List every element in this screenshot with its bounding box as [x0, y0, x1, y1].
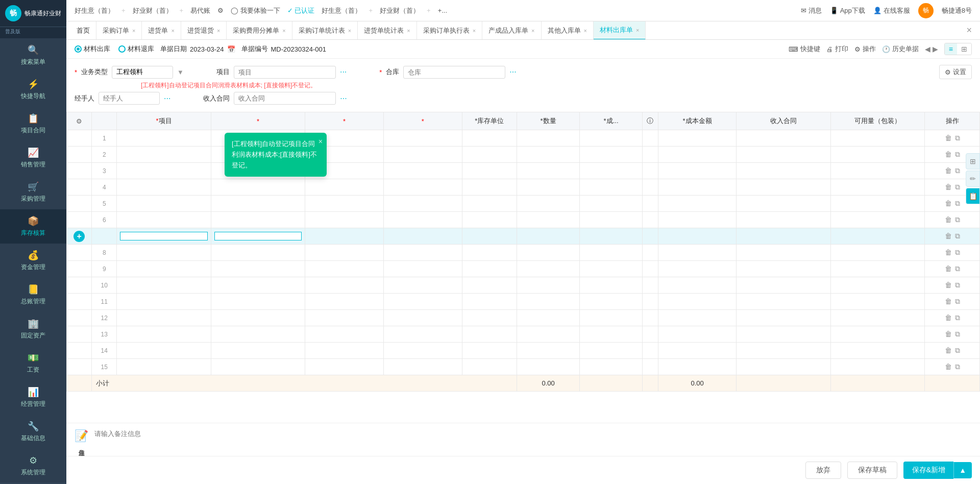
material-cell[interactable] [211, 343, 305, 359]
project-cell-active[interactable] [117, 228, 211, 245]
cost-amt-cell[interactable] [658, 179, 737, 196]
warehouse-cell[interactable] [383, 277, 462, 294]
tab-purchase-stats[interactable]: 采购订单统计表 × [292, 21, 358, 40]
copy-row-btn[interactable]: ⧉ [955, 134, 960, 142]
copy-row-btn[interactable]: ⧉ [955, 248, 960, 257]
topbar-message[interactable]: ✉ 消息 [801, 6, 822, 15]
project-cell[interactable] [117, 196, 211, 212]
cost-cell[interactable] [580, 130, 643, 147]
income-contract-cell[interactable] [737, 359, 830, 375]
unit-cell[interactable] [462, 310, 517, 326]
qty-cell[interactable] [517, 179, 580, 196]
delete-row-btn[interactable]: 🗑 [945, 297, 952, 306]
delete-row-btn[interactable]: 🗑 [945, 134, 952, 142]
shortcut-btn[interactable]: ⌨ 快捷键 [789, 44, 820, 54]
material-cell[interactable] [211, 179, 305, 196]
save-new-arrow-btn[interactable]: ▲ [953, 462, 972, 478]
material-cell[interactable] [211, 212, 305, 228]
income-contract-cell[interactable] [737, 277, 830, 294]
topbar-online-service[interactable]: 👤 在线客服 [873, 6, 910, 15]
material-cell[interactable] [211, 245, 305, 261]
copy-row-btn[interactable]: ⧉ [955, 297, 960, 306]
cost-amt-cell[interactable] [658, 310, 737, 326]
sidebar-item-quicknav[interactable]: ⚡ 快捷导航 [0, 72, 66, 107]
cost-cell[interactable] [580, 310, 643, 326]
view-grid-btn[interactable]: ⊞ [957, 43, 971, 55]
material-cell[interactable] [211, 359, 305, 375]
sidebar-item-inventory[interactable]: 📦 库存核算 [0, 209, 66, 244]
project-input-cell[interactable] [120, 232, 207, 240]
unit-cell[interactable] [462, 179, 517, 196]
income-contract-cell[interactable] [737, 326, 830, 343]
cost-cell[interactable] [580, 277, 643, 294]
income-contract-cell[interactable] [737, 147, 830, 163]
add-row-btn[interactable]: + [74, 231, 85, 242]
sidebar-item-assets[interactable]: 🏢 固定资产 [0, 312, 66, 346]
nav-prev-btn[interactable]: ◀ [925, 45, 930, 53]
delete-row-btn[interactable]: 🗑 [945, 150, 952, 159]
material-cell[interactable] [211, 196, 305, 212]
project-cell[interactable] [117, 359, 211, 375]
project-cell[interactable] [117, 212, 211, 228]
cost-cell[interactable] [580, 212, 643, 228]
copy-row-btn[interactable]: ⧉ [955, 199, 960, 208]
handler-dots-btn[interactable]: ··· [164, 94, 170, 103]
close-icon[interactable]: × [407, 28, 410, 34]
spec-cell[interactable] [305, 245, 384, 261]
qty-cell[interactable] [517, 310, 580, 326]
income-contract-cell[interactable] [737, 343, 830, 359]
warehouse-dots-btn[interactable]: ··· [509, 67, 516, 77]
column-settings-icon[interactable]: ⚙ [76, 117, 82, 125]
spec-cell[interactable] [305, 294, 384, 310]
tab-material-outbound[interactable]: 材料出库单 × [594, 21, 646, 40]
unit-cell[interactable] [462, 261, 517, 277]
cost-cell[interactable] [580, 294, 643, 310]
nav-next-btn[interactable]: ▶ [933, 45, 938, 53]
project-cell[interactable] [117, 326, 211, 343]
tooltip-close-btn[interactable]: × [318, 136, 323, 147]
project-input[interactable] [234, 66, 336, 79]
save-new-main-btn[interactable]: 保存&新增 [903, 462, 953, 479]
cost-cell[interactable] [580, 245, 643, 261]
project-dots-btn[interactable]: ··· [340, 67, 347, 77]
close-icon[interactable]: × [584, 28, 587, 34]
material-cell[interactable] [211, 277, 305, 294]
cost-amt-cell[interactable] [658, 277, 737, 294]
sidebar-item-salary[interactable]: 💵 工资 [0, 346, 66, 380]
topbar-link-yidazhang[interactable]: 易代账 [190, 6, 210, 15]
warehouse-cell[interactable] [383, 326, 462, 343]
copy-row-btn[interactable]: ⧉ [955, 150, 960, 159]
topbar-certified[interactable]: ✓ 已认证 [287, 6, 315, 15]
right-panel-btn-2[interactable]: ✏ [966, 171, 980, 187]
discard-button[interactable]: 放弃 [805, 462, 841, 479]
copy-row-btn[interactable]: ⧉ [955, 183, 960, 191]
sidebar-item-ledger[interactable]: 📒 总账管理 [0, 278, 66, 312]
unit-cell[interactable] [462, 326, 517, 343]
unit-cell[interactable] [462, 294, 517, 310]
warehouse-cell[interactable] [383, 163, 462, 179]
qty-cell[interactable] [517, 228, 580, 245]
income-contract-cell[interactable] [737, 245, 830, 261]
qty-cell[interactable] [517, 147, 580, 163]
unit-cell[interactable] [462, 163, 517, 179]
close-icon[interactable]: × [282, 28, 285, 34]
right-panel-btn-1[interactable]: ⊞ [966, 153, 980, 170]
unit-cell[interactable] [462, 130, 517, 147]
cost-amt-cell[interactable] [658, 294, 737, 310]
copy-row-btn[interactable]: ⧉ [955, 346, 960, 355]
unit-cell[interactable] [462, 228, 517, 245]
warehouse-cell[interactable] [383, 147, 462, 163]
delete-row-btn[interactable]: 🗑 [945, 346, 952, 355]
income-contract-dots-btn[interactable]: ··· [340, 94, 347, 103]
user-name[interactable]: 畅捷通8号 [942, 6, 972, 15]
close-icon[interactable]: × [473, 28, 476, 34]
project-cell[interactable] [117, 130, 211, 147]
copy-row-btn[interactable]: ⧉ [955, 281, 960, 289]
col-header-settings[interactable]: ⚙ [67, 112, 92, 130]
sidebar-item-purchase[interactable]: 🛒 采购管理 [0, 175, 66, 209]
tab-other-inbound[interactable]: 其他入库单 × [542, 21, 594, 40]
delete-row-btn[interactable]: 🗑 [945, 330, 952, 338]
tab-purchase-order[interactable]: 采购订单 × [96, 21, 142, 40]
sidebar-item-ops[interactable]: 📊 经营管理 [0, 380, 66, 415]
notes-input[interactable] [94, 429, 972, 450]
